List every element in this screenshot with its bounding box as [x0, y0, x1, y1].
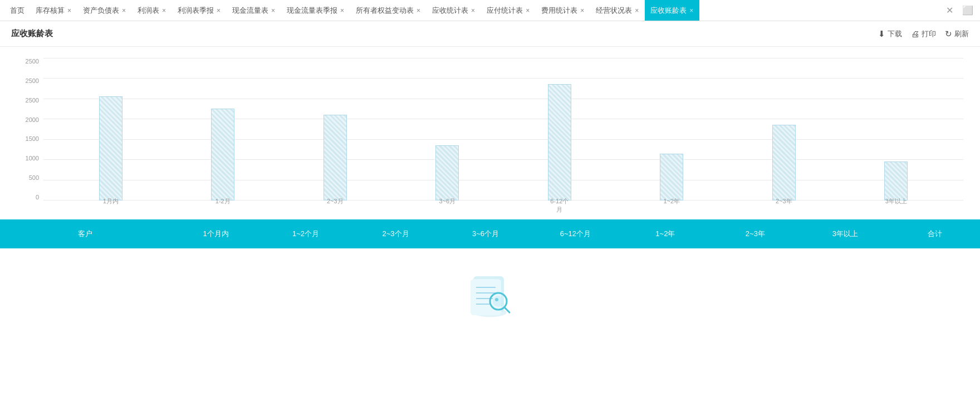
bar-1 [211, 109, 234, 200]
table-header: 客户1个月内1~2个月2~3个月3~6个月6~12个月1~2年2~3年3年以上合… [0, 219, 980, 248]
y-label-2500b: 2500 [17, 77, 39, 84]
th-cell-0: 客户 [0, 229, 171, 239]
tab-ar-aging-label: 应收账龄表 [650, 6, 687, 16]
tab-ar-aging-close[interactable]: × [689, 7, 693, 14]
tab-expense-stat[interactable]: 费用统计表 × [536, 0, 590, 21]
th-cell-1: 1个月内 [171, 229, 261, 239]
print-button[interactable]: 🖨 打印 [911, 29, 936, 39]
bar-2 [324, 115, 347, 200]
th-cell-5: 6~12个月 [531, 229, 620, 239]
download-button[interactable]: ⬇ 下载 [878, 29, 902, 39]
chart-y-axis: 0 500 1000 1500 2000 2500 2500 2500 [17, 58, 39, 214]
th-cell-6: 1~2年 [620, 229, 710, 239]
chart-plot: 1月内1-2月2~3月3~6月6-12个月1~2年2~3年3年以上 [43, 58, 963, 214]
x-label-6: 2~3年 [772, 197, 796, 214]
tab-inventory[interactable]: 库存核算 × [30, 0, 77, 21]
y-label-1500: 1500 [17, 135, 39, 142]
bar-3 [435, 145, 459, 200]
tab-operations-label: 经营状况表 [596, 6, 632, 16]
bar-group-7 [884, 162, 908, 200]
tab-cash-flow-quarter-close[interactable]: × [340, 7, 344, 14]
tab-profit-loss[interactable]: 利润表 × [132, 0, 172, 21]
tab-balance-sheet-label: 资产负债表 [83, 6, 119, 16]
tab-cash-flow-close[interactable]: × [271, 7, 275, 14]
tab-equity-label: 所有者权益变动表 [356, 6, 414, 16]
svg-point-10 [495, 298, 498, 301]
window-maximize-icon[interactable]: ⬜ [960, 4, 976, 17]
tab-home[interactable]: 首页 [4, 6, 30, 16]
y-label-2500c: 2500 [17, 58, 39, 65]
bar-0 [99, 96, 122, 200]
tab-inventory-close[interactable]: × [67, 7, 71, 14]
x-label-0: 1月内 [99, 197, 122, 214]
bar-group-1 [211, 109, 234, 200]
x-label-7: 3年以上 [884, 197, 908, 214]
x-label-4: 6-12个月 [548, 197, 571, 214]
bar-group-0 [99, 96, 122, 200]
page-header: 应收账龄表 ⬇ 下载 🖨 打印 ↻ 刷新 [0, 21, 980, 47]
bar-6 [772, 125, 796, 200]
download-icon: ⬇ [878, 29, 885, 39]
y-label-2500a: 2500 [17, 97, 39, 104]
tab-cash-flow-quarter-label: 现金流量表季报 [287, 6, 337, 16]
bar-group-4 [548, 84, 571, 200]
main-content: 0 500 1000 1500 2000 2500 2500 2500 [0, 47, 980, 401]
bar-4 [548, 84, 571, 200]
tab-profit-quarter-close[interactable]: × [217, 7, 220, 14]
bar-7 [884, 162, 908, 200]
tab-bar: 首页 库存核算 × 资产负债表 × 利润表 × 利润表季报 × 现金流量表 × … [0, 0, 980, 21]
x-label-2: 2~3月 [324, 197, 347, 214]
tab-operations-close[interactable]: × [635, 7, 639, 14]
window-close-icon[interactable]: ✕ [944, 4, 955, 17]
tab-ar-stat[interactable]: 应收统计表 × [427, 0, 481, 21]
x-labels: 1月内1-2月2~3月3~6月6-12个月1~2年2~3年3年以上 [43, 197, 963, 214]
chart-wrapper: 0 500 1000 1500 2000 2500 2500 2500 [17, 58, 963, 214]
tab-cash-flow[interactable]: 现金流量表 × [227, 0, 281, 21]
bar-group-2 [324, 115, 347, 200]
tab-equity-close[interactable]: × [416, 7, 420, 14]
x-label-5: 1~2年 [660, 197, 683, 214]
tab-ar-stat-label: 应收统计表 [432, 6, 468, 16]
bar-group-3 [435, 145, 459, 200]
tab-expense-stat-label: 费用统计表 [541, 6, 577, 16]
svg-point-8 [493, 296, 504, 307]
tab-profit-quarter-label: 利润表季报 [178, 6, 214, 16]
y-label-1000: 1000 [17, 155, 39, 162]
print-label: 打印 [922, 29, 936, 39]
empty-icon [457, 265, 523, 321]
tab-cash-flow-label: 现金流量表 [232, 6, 268, 16]
th-cell-4: 3~6个月 [440, 229, 530, 239]
tab-balance-sheet-close[interactable]: × [122, 7, 126, 14]
bar-group-5 [660, 154, 683, 200]
tab-profit-loss-close[interactable]: × [162, 7, 166, 14]
tab-ar-stat-close[interactable]: × [471, 7, 475, 14]
tab-cash-flow-quarter[interactable]: 现金流量表季报 × [281, 0, 350, 21]
print-icon: 🖨 [911, 29, 919, 38]
tab-inventory-label: 库存核算 [36, 6, 65, 16]
page-title: 应收账龄表 [11, 28, 53, 39]
tab-expense-stat-close[interactable]: × [580, 7, 584, 14]
tab-equity[interactable]: 所有者权益变动表 × [350, 0, 427, 21]
th-cell-7: 2~3年 [710, 229, 800, 239]
bars-area [43, 58, 963, 200]
tab-ap-stat-label: 应付统计表 [487, 6, 523, 16]
y-label-500: 500 [17, 174, 39, 181]
refresh-label: 刷新 [954, 29, 969, 39]
th-cell-3: 2~3个月 [351, 229, 440, 239]
tab-ar-aging[interactable]: 应收账龄表 × [645, 0, 699, 21]
x-label-1: 1-2月 [211, 197, 234, 214]
tab-operations[interactable]: 经营状况表 × [590, 0, 645, 21]
tab-profit-quarter[interactable]: 利润表季报 × [172, 0, 227, 21]
tab-ap-stat[interactable]: 应付统计表 × [481, 0, 536, 21]
th-cell-2: 1~2个月 [261, 229, 350, 239]
tab-ap-stat-close[interactable]: × [526, 7, 530, 14]
th-cell-8: 3年以上 [800, 229, 890, 239]
refresh-icon: ↻ [945, 29, 952, 39]
empty-area [0, 248, 980, 401]
bar-group-6 [772, 125, 796, 200]
bar-5 [660, 154, 683, 200]
tab-balance-sheet[interactable]: 资产负债表 × [77, 0, 132, 21]
window-controls: ✕ ⬜ [944, 4, 976, 17]
refresh-button[interactable]: ↻ 刷新 [945, 29, 969, 39]
x-label-3: 3~6月 [435, 197, 459, 214]
